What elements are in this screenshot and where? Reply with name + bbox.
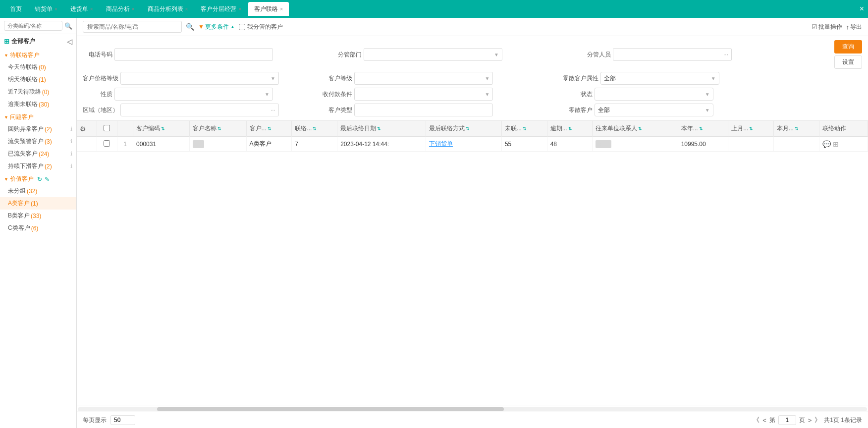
toolbar-search-button[interactable]: 🔍 [186,23,194,31]
first-page-button[interactable]: 《 [753,416,760,425]
td-name[interactable]: Ea [190,137,246,152]
payment-select[interactable]: ▼ [354,88,493,101]
setting-button[interactable]: 设置 [834,55,862,69]
sidebar-all-customers[interactable]: ⊞ 全部客户 ◁ [0,34,76,49]
sidebar-item-class-b[interactable]: B类客户 (33) [0,210,76,222]
sidebar-item-tomorrow-contact[interactable]: 明天待联络 (1) [0,73,76,86]
dept-select-arrow: ▼ [494,52,499,57]
sidebar-item-today-contact[interactable]: 今天待联络 (0) [0,61,76,73]
sidebar-item-7day-contact[interactable]: 近7天待联络 (0) [0,86,76,98]
toolbar: 🔍 ▼ 更多条件 ▲ 我分管的客户 ☑ 批量操作 ↑ 导出 [77,18,868,36]
my-customers-checkbox-label[interactable]: 我分管的客户 [239,23,283,31]
phone-input[interactable] [114,48,273,61]
filter-row-4: 区域（地区） ··· 客户类型 零散客户 全部 ▼ [83,104,862,116]
nav-tab-purchase[interactable]: 进货单 × [64,2,99,16]
sidebar-search-input[interactable] [4,21,62,31]
pending-contact-arrow: ▼ [4,53,8,58]
retail-label: 零散客户 [563,106,593,114]
sidebar-item-declining[interactable]: 持续下滑客户 (2) ℹ [0,160,76,172]
qr-action-icon[interactable]: ⊞ [833,140,839,148]
customer-type-select[interactable] [354,104,493,116]
sidebar-item-churn-warning[interactable]: 流失预警客户 (3) ℹ [0,135,76,148]
current-page-input[interactable] [778,415,796,425]
retail-attr-arrow: ▼ [711,76,716,81]
customer-name-blurred: Ea [193,140,204,148]
retail-select[interactable]: 全部 ▼ [595,104,713,116]
close-tab-customer-tier[interactable]: × [238,6,241,12]
th-name[interactable]: 客户名称⇅ [190,121,246,137]
edit-value-icon[interactable]: ✎ [45,176,50,183]
th-last-method[interactable]: 最后联络方式⇅ [426,121,501,137]
nav-tab-analysis[interactable]: 商品分析 × [100,2,141,16]
filter-field-phone: 电话号码 [83,48,326,61]
sidebar-value-customers-header[interactable]: ▼ 价值客户 ↻ ✎ [0,172,76,185]
nav-tab-customer-contact[interactable]: 客户联络 × [248,2,289,16]
th-overdue[interactable]: 逾期...⇅ [547,121,593,137]
price-tier-select[interactable]: ▼ [120,72,279,85]
manager-label: 分管人员 [581,51,611,59]
sidebar-item-churned[interactable]: 已流失客户 (24) ℹ [0,148,76,160]
filter-more-button[interactable]: ▼ 更多条件 ▲ [198,23,235,31]
batch-ops-button[interactable]: ☑ 批量操作 [812,23,842,31]
sidebar-item-overdue-contact[interactable]: 逾期未联络 (30) [0,98,76,110]
nav-tab-customer-tier[interactable]: 客户分层经营 × [195,2,247,16]
region-select[interactable]: ··· [120,104,279,116]
sidebar-item-class-c[interactable]: C类客户 (6) [0,222,76,234]
last-page-button[interactable]: 》 [814,416,821,425]
chat-action-icon[interactable]: 💬 [822,140,831,148]
window-close-button[interactable]: × [860,4,864,13]
prev-page-button[interactable]: < [762,417,766,424]
filter-action-buttons: 查询 设置 [834,40,862,69]
content-area: 🔍 ▼ 更多条件 ▲ 我分管的客户 ☑ 批量操作 ↑ 导出 [77,18,868,428]
close-tab-analysis-list[interactable]: × [185,6,188,12]
retail-attr-select[interactable]: 全部 ▼ [600,72,719,85]
sidebar-item-class-a[interactable]: A类客户 (1) [0,197,76,210]
th-type[interactable]: 客户...⇅ [246,121,292,137]
nav-tab-home[interactable]: 首页 [4,2,28,16]
customer-tier-select[interactable]: ▼ [354,72,493,85]
toolbar-search-input[interactable] [83,21,182,33]
close-tab-analysis[interactable]: × [132,6,135,12]
next-page-button[interactable]: > [808,417,812,424]
th-last-date[interactable]: 最后联络日期⇅ [337,121,426,137]
manager-select[interactable]: ··· [613,48,732,61]
query-button[interactable]: 查询 [834,40,862,54]
sort-last-method: ⇅ [466,126,470,131]
sort-last-date: ⇅ [377,126,381,131]
sidebar-pending-contact-header[interactable]: ▼ 待联络客户 [0,49,76,61]
sidebar-problem-customers-header[interactable]: ▼ 问题客户 [0,110,76,123]
nav-tab-sales[interactable]: 销货单 × [29,2,63,16]
nature-select[interactable]: ▼ [114,88,273,101]
th-last-month[interactable]: 上月...⇅ [728,121,774,137]
th-code[interactable]: 客户编码⇅ [133,121,190,137]
th-contact[interactable]: 联络...⇅ [292,121,337,137]
refresh-icon[interactable]: ↻ [37,176,42,183]
nav-tab-analysis-list[interactable]: 商品分析列表 × [142,2,194,16]
sidebar-item-unclassified[interactable]: 未分组 (32) [0,185,76,197]
sidebar-search-icon[interactable]: 🔍 [64,22,72,30]
gear-icon[interactable]: ⚙ [80,125,86,133]
scrollbar-thumb[interactable] [157,407,504,411]
th-this-year[interactable]: 本年...⇅ [678,121,728,137]
dept-select[interactable]: ▼ [364,48,502,61]
my-customers-checkbox[interactable] [239,24,245,30]
grid-icon: ⊞ [4,38,9,45]
td-type: A类客户 [246,137,292,152]
status-select[interactable]: ▼ [595,88,713,101]
page-size-input[interactable] [110,415,135,425]
close-tab-purchase[interactable]: × [90,6,93,12]
sidebar-item-repurchase-abnormal[interactable]: 回购异常客户 (2) ℹ [0,123,76,135]
td-last-method[interactable]: 下销货单 [426,137,501,152]
th-gear[interactable]: ⚙ [77,121,97,137]
close-tab-sales[interactable]: × [54,6,57,12]
close-tab-customer-contact[interactable]: × [280,6,283,12]
th-no-contact[interactable]: 未联...⇅ [501,121,547,137]
row-checkbox[interactable] [104,140,110,147]
th-unit-contact[interactable]: 往来单位联系人⇅ [593,121,678,137]
td-this-year: 10995.00 [678,137,728,152]
export-button[interactable]: ↑ 导出 [846,23,863,31]
th-this-month[interactable]: 本月...⇅ [773,121,819,137]
select-all-checkbox[interactable] [104,125,110,131]
sidebar-collapse-button[interactable]: ◁ [67,38,72,46]
horizontal-scrollbar[interactable] [77,406,868,412]
